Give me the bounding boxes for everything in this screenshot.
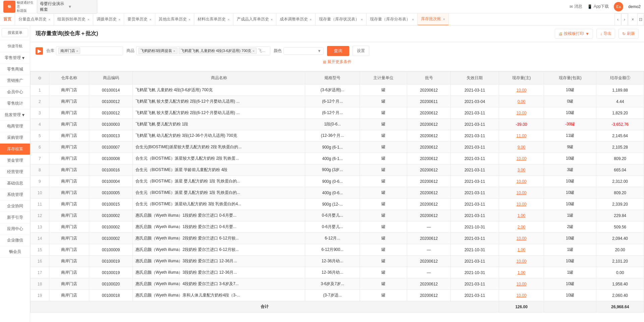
- cell-qty-main[interactable]: 10.00: [499, 85, 544, 96]
- cell-qty-main[interactable]: 10.00: [499, 233, 544, 244]
- close-tab-cailiao-out[interactable]: ×: [227, 17, 229, 21]
- sidebar-item-operation[interactable]: 经营管理: [0, 166, 30, 178]
- tab-cailiao-out[interactable]: 材料出库单历史 ×: [194, 13, 233, 25]
- cell-qty-main[interactable]: 10.00: [499, 107, 544, 119]
- sidebar-item-retail-stat[interactable]: 零售统计: [0, 98, 30, 109]
- close-tab-zu-chai[interactable]: ×: [87, 17, 89, 21]
- nav-next-arrow[interactable]: ›: [621, 13, 628, 25]
- filter-toggle-button[interactable]: ▶: [36, 47, 43, 55]
- app-download-button[interactable]: 📱 App下载: [587, 4, 609, 9]
- product-tag-group[interactable]: 飞鹤奶粉3段两提装 × 飞鹤星飞帆 儿童奶粉 4段(3-6岁适用) 700克 ×…: [136, 46, 270, 55]
- sidebar-item-retail-shop[interactable]: 零售商城: [0, 64, 30, 75]
- warehouse-tag-close[interactable]: ×: [76, 49, 78, 53]
- cell-name: 合生元（BIOSTIME）派星较大婴儿配方奶粉 2段 乳铁蛋...: [132, 153, 305, 164]
- nav-prev-arrow[interactable]: ‹: [614, 13, 621, 25]
- close-tab-chanpin-in[interactable]: ×: [271, 17, 273, 21]
- sidebar-item-app-center[interactable]: 应用中心: [0, 223, 30, 235]
- sidebar-item-member[interactable]: 会员中心: [0, 87, 30, 98]
- nav-expand-arrow[interactable]: ⊡: [637, 13, 644, 25]
- warehouse-tag-group[interactable]: 南岸门店 ×: [56, 46, 123, 55]
- tab-xianzai2[interactable]: 现存量（库存分布表） ×: [367, 13, 418, 25]
- sidebar-item-finance[interactable]: 资金管理: [0, 155, 30, 166]
- sidebar-item-new-guide[interactable]: 新手引导: [0, 212, 30, 223]
- table-footer: 合计 126.00 26,968.64: [31, 301, 644, 313]
- main-layout: 搜索菜单 快捷导航 零售管理 ▼ 零售商城 营销推广 会员中心 零售统计 批发管…: [0, 25, 644, 322]
- close-tab-tiao-bo[interactable]: ×: [118, 17, 120, 21]
- sidebar-item-retail[interactable]: 零售管理 ▼: [0, 52, 30, 64]
- print-dropdown-arrow[interactable]: ▼: [585, 32, 589, 36]
- color-tag-group[interactable]: ▼: [283, 47, 324, 55]
- export-button[interactable]: ↓ 导出: [596, 29, 615, 39]
- close-tab-other-out[interactable]: ×: [189, 17, 191, 21]
- sidebar-item-marketing[interactable]: 营销推广: [0, 75, 30, 87]
- print-button[interactable]: 🖨 按模板打印 ▼: [555, 29, 593, 39]
- cell-qty-main[interactable]: 10.00: [499, 278, 544, 290]
- cell-qty-main[interactable]: 10.00: [499, 153, 544, 164]
- color-dropdown-arrow[interactable]: ▼: [317, 49, 321, 53]
- setting-button[interactable]: 设置: [353, 46, 369, 56]
- cell-qty-main[interactable]: 1.00: [499, 267, 544, 278]
- query-button[interactable]: 查询: [327, 46, 349, 56]
- col-name: 商品名称: [132, 72, 305, 85]
- tab-chanpin-in[interactable]: 产成品入库单历史 ×: [233, 13, 276, 25]
- tab-zu-chai[interactable]: 组装拆卸单历史 ×: [54, 13, 93, 25]
- tab-ku-pi-ci[interactable]: 库存批次账 ×: [418, 13, 448, 25]
- cell-qty-pkg: 1罐: [544, 267, 596, 278]
- table-row: 15 南岸门店 00100009 惠氏启颜（Wyeth illuma）2段奶粉 …: [31, 244, 644, 256]
- product-tag-1-close[interactable]: ×: [173, 49, 175, 53]
- product-tag-2-close[interactable]: ×: [252, 49, 254, 53]
- cell-qty-main[interactable]: 2.00: [499, 221, 544, 233]
- shortcut-nav-button[interactable]: 快捷导航: [0, 42, 30, 50]
- close-tab-fen-pan[interactable]: ×: [48, 17, 50, 21]
- wholesale-arrow-icon: ▼: [21, 113, 25, 117]
- tab-xianzai1[interactable]: 现存量（库存状况表） ×: [316, 13, 367, 25]
- settings-icon[interactable]: ⚙: [38, 76, 42, 80]
- sidebar-item-ecommerce[interactable]: 电商管理: [0, 121, 30, 132]
- cell-qty-main[interactable]: 1.00: [499, 210, 544, 221]
- col-settings[interactable]: ⚙: [31, 72, 49, 85]
- cell-qty-main[interactable]: 11.00: [499, 130, 544, 142]
- search-menu-button[interactable]: 搜索菜单: [2, 28, 28, 37]
- close-tab-ku-pi-ci[interactable]: ×: [443, 17, 445, 21]
- cell-qty-main[interactable]: 10.00: [499, 176, 544, 187]
- tab-chengben[interactable]: 成本调整单历史 ×: [276, 13, 315, 25]
- sidebar-item-enterprise[interactable]: 企业协同: [0, 201, 30, 212]
- cell-spec: (12-36个月...: [305, 130, 360, 142]
- cell-qty-main[interactable]: 1.00: [499, 244, 544, 256]
- sidebar-item-system[interactable]: 系统管理: [0, 189, 30, 201]
- cell-qty-main[interactable]: 9.00: [499, 142, 544, 153]
- message-button[interactable]: ✉ 消息: [570, 4, 582, 9]
- sidebar-item-wholesale[interactable]: 批发管理 ▼: [0, 109, 30, 121]
- close-tab-xianzai2[interactable]: ×: [412, 17, 414, 21]
- cell-qty-main[interactable]: 10.00: [499, 187, 544, 199]
- sidebar-item-member2[interactable]: 畅会员: [0, 246, 30, 258]
- close-tab-xianzai1[interactable]: ×: [361, 17, 363, 21]
- tab-other-out[interactable]: 其他出库单历史 ×: [155, 13, 194, 25]
- cell-qty-main[interactable]: 0.00: [499, 96, 544, 107]
- expand-more-conditions[interactable]: ⊞ 展开更多条件: [320, 58, 354, 66]
- cell-qty-main[interactable]: 3.00: [499, 164, 544, 176]
- sidebar-item-corp-wechat[interactable]: 企业微信: [0, 235, 30, 246]
- tab-yao-huo[interactable]: 要货单历史 ×: [124, 13, 155, 25]
- cell-code: 00100016: [89, 164, 132, 176]
- nav-close-all[interactable]: ×: [628, 13, 637, 25]
- sidebar-item-basic[interactable]: 基础信息: [0, 178, 30, 189]
- close-tab-yao-huo[interactable]: ×: [149, 17, 151, 21]
- refresh-button[interactable]: ↻ 刷新: [619, 29, 639, 39]
- tab-home[interactable]: 首页: [0, 13, 15, 25]
- tab-fen-pan[interactable]: 分量盘点单历史 ×: [15, 13, 54, 25]
- username-label[interactable]: demo2: [628, 4, 641, 9]
- org-selector[interactable]: 母婴行业演示账套 ▼: [37, 0, 97, 14]
- cell-amount: 2,105.28: [596, 142, 644, 153]
- sidebar-item-inventory[interactable]: 库存核算: [0, 144, 30, 155]
- product-tag-more[interactable]: 飞...: [258, 48, 265, 54]
- cell-qty-main[interactable]: 10.00: [499, 199, 544, 210]
- cell-qty-main[interactable]: 10.00: [499, 290, 544, 301]
- sidebar-item-purchase[interactable]: 采购管理: [0, 132, 30, 144]
- cell-unit: 罐: [360, 153, 407, 164]
- close-tab-chengben[interactable]: ×: [310, 17, 312, 21]
- cell-batch: 20200612: [407, 142, 450, 153]
- cell-qty-main[interactable]: 10.00: [499, 256, 544, 267]
- cell-batch: —: [407, 221, 450, 233]
- tab-tiao-bo[interactable]: 调拨单历史 ×: [93, 13, 124, 25]
